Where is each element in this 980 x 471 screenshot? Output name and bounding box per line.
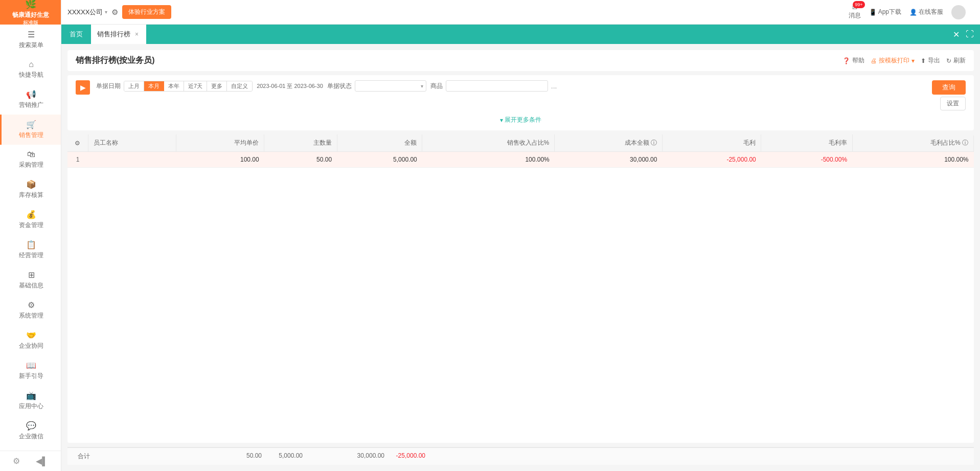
query-button[interactable]: 查询	[932, 80, 966, 95]
wechat-icon: 💬	[26, 421, 36, 431]
topbar-gear-icon[interactable]: ⚙	[111, 8, 118, 17]
sidebar-bottom: ⚙ ◀▌	[0, 451, 61, 471]
date-filter-label: 单据日期	[96, 82, 121, 91]
sidebar-item-basic[interactable]: ⊞ 基础信息	[0, 265, 61, 295]
company-name: XXXXX公司	[67, 8, 103, 17]
sidebar-item-wechat-label: 企业微信	[19, 432, 43, 441]
filter-bottom-row: ▾ 展开更多条件	[76, 115, 966, 125]
sidebar-item-system[interactable]: ⚙ 系统管理	[0, 295, 61, 325]
col-sales-pct: 销售收入占比%	[422, 134, 555, 152]
cell-gross-rate: -500.00%	[761, 152, 852, 168]
goods-filter-item: 商品 ...	[430, 80, 557, 92]
trial-button[interactable]: 体验行业方案	[122, 5, 171, 19]
date-tab-more[interactable]: 更多	[207, 81, 227, 91]
logo-text-line2: 标准版	[23, 19, 38, 26]
collapse-sidebar-icon[interactable]: ◀▌	[36, 456, 48, 466]
tab-sales-ranking[interactable]: 销售排行榜 ×	[91, 25, 146, 44]
expand-more-button[interactable]: ▾ 展开更多条件	[500, 116, 541, 124]
cell-amount: 5,000.00	[337, 152, 422, 168]
app-download-button[interactable]: 📱 App下载	[869, 8, 901, 16]
sidebar-item-operation[interactable]: 📋 经营管理	[0, 235, 61, 265]
footer-qty: 50.00	[226, 452, 267, 461]
main-area: XXXXX公司 ▾ ⚙ 体验行业方案 ✉ 消息 99+ 📱 App下载 👤 在线…	[61, 0, 980, 471]
home-icon: ⌂	[29, 60, 34, 69]
date-tab-custom[interactable]: 自定义	[227, 81, 252, 91]
col-settings[interactable]: ⚙	[67, 134, 88, 152]
sidebar-item-collab-label: 企业协同	[19, 342, 43, 350]
marketing-icon: 📢	[26, 89, 36, 99]
sidebar-item-collab[interactable]: 🤝 企业协同	[0, 325, 61, 355]
sidebar-item-sales[interactable]: 🛒 销售管理	[0, 115, 61, 145]
table-header-row: ⚙ 员工名称 平均单价 主数量 全额 销售收入占比% 成本全额 ⓘ 毛利 毛利率…	[67, 134, 974, 152]
online-service-button[interactable]: 👤 在线客服	[909, 8, 943, 16]
sidebar-item-purchase[interactable]: 🛍 采购管理	[0, 145, 61, 174]
sidebar-item-marketing[interactable]: 📢 营销推广	[0, 84, 61, 115]
date-tab-thismonth[interactable]: 本月	[144, 81, 164, 91]
goods-input[interactable]	[446, 80, 548, 92]
tab-home[interactable]: 首页	[61, 25, 91, 44]
filter-right-buttons: 查询 设置	[932, 80, 966, 110]
content: 销售排行榜(按业务员) ❓ 帮助 🖨 按模板打印 ▾ ⬆ 导出 ↻ 刷新	[61, 44, 980, 471]
company-chevron-icon: ▾	[105, 9, 107, 15]
filter-ellipsis[interactable]: ...	[551, 82, 557, 90]
sidebar-item-inventory[interactable]: 📦 库存核算	[0, 174, 61, 205]
export-button[interactable]: ⬆ 导出	[921, 56, 940, 65]
tab-close-icon[interactable]: ×	[133, 30, 140, 38]
help-button[interactable]: ❓ 帮助	[842, 56, 864, 65]
export-label: 导出	[928, 56, 940, 65]
export-icon: ⬆	[921, 57, 926, 64]
search-menu-icon: ☰	[28, 30, 35, 39]
sidebar-item-basic-label: 基础信息	[19, 281, 43, 290]
topbar: XXXXX公司 ▾ ⚙ 体验行业方案 ✉ 消息 99+ 📱 App下载 👤 在线…	[61, 0, 980, 25]
app-download-label: App下载	[878, 8, 901, 16]
footer-total-label: 合计	[78, 453, 90, 460]
tab-sales-ranking-label: 销售排行榜	[97, 30, 130, 39]
avatar[interactable]	[951, 5, 966, 19]
gross-pct-info-icon[interactable]: ⓘ	[962, 139, 968, 146]
message-label: 消息	[849, 11, 861, 20]
settings-bottom-icon[interactable]: ⚙	[13, 456, 20, 466]
print-button[interactable]: 🖨 按模板打印 ▾	[871, 56, 915, 65]
apps-icon: 📺	[26, 391, 36, 400]
print-icon: 🖨	[871, 57, 877, 64]
sidebar-item-apps[interactable]: 📺 应用中心	[0, 386, 61, 416]
expand-chevron-icon: ▾	[500, 117, 503, 124]
date-range-text: 2023-06-01 至 2023-06-30	[257, 82, 323, 90]
col-gross-pct: 毛利占比% ⓘ	[852, 134, 973, 152]
sidebar-item-guide[interactable]: 📖 新手引导	[0, 355, 61, 386]
date-tab-7days[interactable]: 近7天	[184, 81, 207, 91]
logo-icon: 🌿	[25, 0, 36, 10]
collab-icon: 🤝	[26, 330, 36, 340]
app-logo: 🌿 畅康通好生意 标准版	[0, 0, 61, 25]
footer-gross: -25,000.00	[390, 452, 430, 461]
tab-close-window-icon[interactable]: ✕	[951, 29, 962, 40]
sidebar-item-member[interactable]: V 畅会员	[0, 446, 61, 451]
company-selector[interactable]: XXXXX公司 ▾	[67, 8, 107, 17]
footer-cost: 30,000.00	[349, 452, 390, 461]
table-body: 1 100.00 50.00 5,000.00 100.00% 30,000.0…	[67, 152, 974, 168]
logo-text-line1: 畅康通好生意	[12, 11, 49, 19]
tab-fullscreen-icon[interactable]: ⛶	[964, 29, 976, 40]
sidebar-item-search[interactable]: ☰ 搜索菜单	[0, 25, 61, 55]
sidebar-item-wechat[interactable]: 💬 企业微信	[0, 416, 61, 446]
sidebar-item-system-label: 系统管理	[19, 311, 43, 320]
col-qty: 主数量	[264, 134, 337, 152]
page-header: 销售排行榜(按业务员) ❓ 帮助 🖨 按模板打印 ▾ ⬆ 导出 ↻ 刷新	[67, 50, 974, 71]
cell-name	[88, 152, 176, 168]
sidebar-item-guide-label: 新手引导	[19, 372, 43, 380]
refresh-button[interactable]: ↻ 刷新	[946, 56, 966, 65]
page-title: 销售排行榜(按业务员)	[76, 55, 155, 66]
message-button[interactable]: ✉ 消息 99+	[849, 4, 861, 20]
sidebar-item-shortcut[interactable]: ⌂ 快捷导航	[0, 55, 61, 84]
date-tab-lastmonth[interactable]: 上月	[124, 81, 144, 91]
filter-toggle-arrow[interactable]: ▶	[76, 80, 90, 95]
cost-info-icon[interactable]: ⓘ	[651, 139, 657, 146]
col-amount: 全额	[337, 134, 422, 152]
sidebar-item-finance[interactable]: 💰 资金管理	[0, 205, 61, 235]
status-select[interactable]	[355, 80, 426, 92]
sidebar-item-inventory-label: 库存核算	[19, 191, 43, 199]
date-tab-thisyear[interactable]: 本年	[164, 81, 184, 91]
setting-button[interactable]: 设置	[940, 97, 966, 110]
filter-bar: ▶ 单据日期 上月 本月 本年 近7天 更多 自定义	[67, 75, 974, 130]
service-label: 在线客服	[919, 8, 943, 16]
